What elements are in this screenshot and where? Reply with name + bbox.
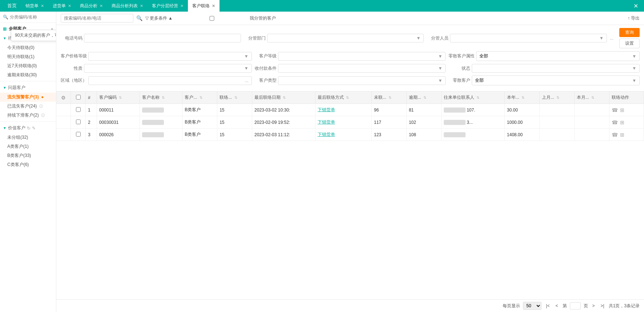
my-customers-checkbox-label[interactable]: 我分管的客户 bbox=[176, 15, 276, 21]
action-contact-icon-2[interactable]: ☎ bbox=[612, 132, 618, 138]
sort-this-year[interactable]: ⇅ bbox=[522, 96, 524, 100]
filter-customer-tier-select[interactable]: ▼ bbox=[278, 52, 446, 61]
window-close-button[interactable]: ✕ bbox=[631, 3, 641, 9]
nav-tab-analysis-list[interactable]: 商品分析列表 ✕ bbox=[107, 0, 148, 12]
action-contact-icon-1[interactable]: ☎ bbox=[612, 119, 618, 125]
filter-customer-type-select[interactable]: ▼ bbox=[278, 76, 446, 85]
nav-home[interactable]: 首页 bbox=[3, 0, 21, 12]
per-page-select[interactable]: 50 100 200 bbox=[523, 302, 542, 310]
more-filter-btn[interactable]: ▽ 更多条件 ▲ bbox=[145, 15, 173, 21]
close-tab-analysis[interactable]: ✕ bbox=[100, 4, 103, 8]
table-header-this-year[interactable]: 本年... ⇅ bbox=[504, 92, 539, 104]
close-tab-customer-contact[interactable]: ✕ bbox=[212, 4, 215, 8]
close-tab-purchase[interactable]: ✕ bbox=[68, 4, 71, 8]
row-last-way-2[interactable]: 下销货单 bbox=[315, 129, 371, 141]
filter-phone-input[interactable] bbox=[84, 34, 241, 42]
sidebar-group-problem[interactable]: ▼ 问题客户 bbox=[0, 83, 56, 93]
sort-code[interactable]: ⇅ bbox=[119, 96, 122, 100]
sidebar-item-ungrouped[interactable]: 未分组(32) bbox=[0, 133, 56, 142]
table-header-code[interactable]: 客户编码 ⇅ bbox=[97, 92, 140, 104]
sort-overdue[interactable]: ⇅ bbox=[423, 96, 426, 100]
sort-last-date[interactable]: ⇅ bbox=[283, 96, 286, 100]
filter-manager-select[interactable]: ▼ bbox=[450, 34, 607, 42]
table-header-this-month[interactable]: 本月... ⇅ bbox=[574, 92, 609, 104]
table-header-settings[interactable]: ⚙ bbox=[56, 92, 71, 104]
sidebar-search-input[interactable] bbox=[10, 15, 56, 20]
row-select-2[interactable] bbox=[76, 132, 81, 137]
table-header-not-contact[interactable]: 未联... ⇅ bbox=[372, 92, 407, 104]
sidebar-item-7days[interactable]: 近7天待联络(0) bbox=[0, 61, 56, 70]
table-header-last-month[interactable]: 上月... ⇅ bbox=[539, 92, 574, 104]
sidebar-item-today[interactable]: 今天待联络(0) bbox=[0, 43, 56, 52]
sort-type[interactable]: ⇅ bbox=[200, 96, 202, 100]
action-contact-icon-0[interactable]: ☎ bbox=[612, 107, 618, 113]
query-button[interactable]: 查询 bbox=[619, 28, 640, 37]
select-all-checkbox[interactable] bbox=[76, 95, 81, 100]
sidebar-item-declining[interactable]: 持续下滑客户(2) ⓘ bbox=[0, 111, 56, 120]
sidebar-item-b-class[interactable]: B类客户(33) bbox=[0, 151, 56, 160]
filter-retail-select[interactable]: 全部 ▼ bbox=[472, 76, 640, 85]
table-header-last-way[interactable]: 最后联络方式 ⇅ bbox=[315, 92, 371, 104]
nav-tab-customer-tier[interactable]: 客户分层经营 ✕ bbox=[148, 0, 188, 12]
table-header-overdue[interactable]: 逾期... ⇅ bbox=[406, 92, 441, 104]
filter-nature-select[interactable]: ▼ bbox=[84, 64, 252, 73]
sort-unit-contact[interactable]: ⇅ bbox=[476, 96, 479, 100]
page-next-btn[interactable]: > bbox=[591, 303, 596, 309]
page-first-btn[interactable]: |< bbox=[544, 303, 551, 309]
edit-value-icon[interactable]: ✎ bbox=[32, 126, 36, 131]
filter-price-tier-select[interactable]: ▼ bbox=[88, 52, 252, 61]
page-prev-btn[interactable]: < bbox=[554, 303, 559, 309]
filter-payment-select[interactable]: ▼ bbox=[278, 64, 446, 73]
nav-tab-customer-contact[interactable]: 客户联络 ✕ bbox=[188, 0, 220, 12]
sidebar-group-value[interactable]: ▼ 价值客户 ↻ ✎ bbox=[0, 123, 56, 133]
row-last-way-1[interactable]: 下销货单 bbox=[315, 116, 371, 129]
sort-not-contact[interactable]: ⇅ bbox=[389, 96, 391, 100]
table-header-last-date[interactable]: 最后联络日期 ⇅ bbox=[252, 92, 315, 104]
row-select-1[interactable] bbox=[76, 119, 81, 124]
row-checkbox-0[interactable] bbox=[71, 104, 86, 116]
table-header-name[interactable]: 客户名称 ⇅ bbox=[140, 92, 182, 104]
nav-tab-sales[interactable]: 销货单 ✕ bbox=[21, 0, 48, 12]
sidebar-item-churn-warning[interactable]: 流失预警客户(3) ● bbox=[0, 93, 56, 102]
sidebar-item-overdue[interactable]: 逾期未联络(30) bbox=[0, 70, 56, 80]
sidebar-item-c-class[interactable]: C类客户(6) bbox=[0, 160, 56, 169]
region-ellipsis[interactable]: ... bbox=[245, 78, 249, 83]
table-header-unit-contact[interactable]: 往来单位联系人 ⇅ bbox=[441, 92, 504, 104]
row-last-way-0[interactable]: 下销货单 bbox=[315, 104, 371, 116]
export-btn[interactable]: ↑ 导出 bbox=[628, 15, 640, 21]
close-tab-sales[interactable]: ✕ bbox=[41, 4, 44, 8]
refresh-value-icon[interactable]: ↻ bbox=[27, 126, 31, 131]
filter-retail-attr-select[interactable]: 全部 ▼ bbox=[476, 51, 640, 61]
sort-last-month[interactable]: ⇅ bbox=[556, 96, 559, 100]
close-tab-customer-tier[interactable]: ✕ bbox=[180, 4, 184, 8]
search-button[interactable]: 🔍 bbox=[136, 15, 142, 21]
table-header-type[interactable]: 客户... ⇅ bbox=[182, 92, 217, 104]
sort-name[interactable]: ⇅ bbox=[162, 96, 165, 100]
search-input[interactable] bbox=[61, 14, 133, 23]
nav-tab-analysis[interactable]: 商品分析 ✕ bbox=[76, 0, 107, 12]
filter-row1-ellipsis[interactable]: ... bbox=[610, 36, 613, 41]
filter-dept-select[interactable]: ▼ bbox=[267, 34, 424, 42]
filter-payment-label: 收付款条件 bbox=[255, 65, 277, 72]
sort-last-way[interactable]: ⇅ bbox=[346, 96, 349, 100]
my-customers-checkbox[interactable] bbox=[176, 16, 248, 21]
sort-this-month[interactable]: ⇅ bbox=[591, 96, 594, 100]
close-tab-analysis-list[interactable]: ✕ bbox=[140, 4, 143, 8]
page-last-btn[interactable]: >| bbox=[599, 303, 606, 309]
action-more-icon-2[interactable]: ⊞ bbox=[620, 132, 624, 138]
row-checkbox-1[interactable] bbox=[71, 116, 86, 129]
filter-region-select[interactable]: ... bbox=[88, 76, 252, 85]
settings-button[interactable]: 设置 bbox=[619, 39, 640, 48]
row-select-0[interactable] bbox=[76, 107, 81, 112]
filter-status-select[interactable]: ▼ bbox=[472, 64, 640, 73]
sidebar-item-a-class[interactable]: A类客户(1) bbox=[0, 142, 56, 151]
action-more-icon-1[interactable]: ⊞ bbox=[620, 119, 624, 125]
action-more-icon-0[interactable]: ⊞ bbox=[620, 107, 624, 113]
sidebar-item-tomorrow[interactable]: 明天待联络(1) bbox=[0, 52, 56, 61]
sidebar-item-churned[interactable]: 已流失客户(24) ⓘ bbox=[0, 102, 56, 111]
table-header-contact[interactable]: 联络... ⇅ bbox=[217, 92, 252, 104]
nav-tab-purchase[interactable]: 进货单 ✕ bbox=[48, 0, 76, 12]
page-input[interactable]: 1 bbox=[570, 302, 581, 309]
sort-contact[interactable]: ⇅ bbox=[234, 96, 237, 100]
row-checkbox-2[interactable] bbox=[71, 129, 86, 141]
